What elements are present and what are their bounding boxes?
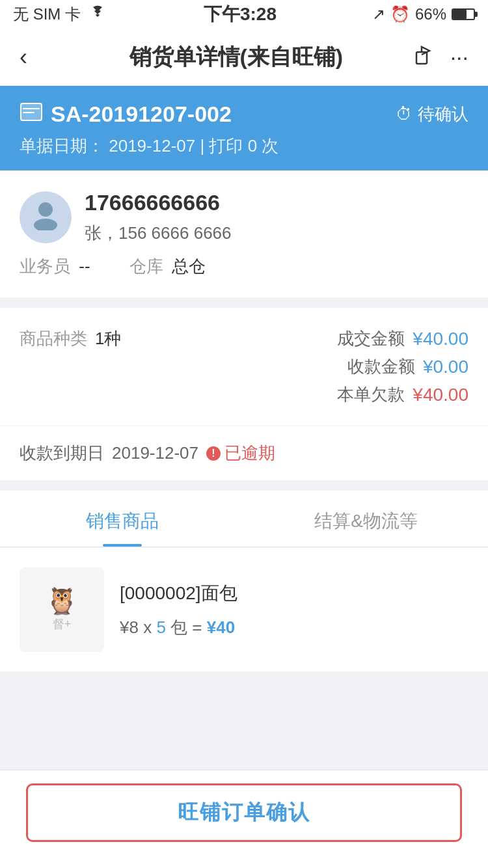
wifi-icon [87, 5, 108, 23]
customer-phone: 17666666666 [85, 190, 232, 215]
table-row: 🦉 督+ [0000002]面包 ¥8 x 5 包 = ¥40 [0, 548, 488, 671]
product-info: [0000002]面包 ¥8 x 5 包 = ¥40 [120, 581, 468, 639]
due-date-card: 收款到期日 2019-12-07 ! 已逾期 [0, 426, 488, 480]
order-header: SA-20191207-002 ⏱ 待确认 单据日期： 2019-12-07 |… [0, 86, 488, 170]
amount-summary: 成交金额 ¥40.00 收款金额 ¥0.00 本单欠款 ¥40.00 [244, 327, 468, 406]
svg-point-2 [38, 202, 53, 217]
bottom-action: 旺铺订单确认 [0, 770, 488, 868]
multiply-sign: x [143, 617, 156, 637]
status-left: 无 SIM 卡 [13, 4, 108, 25]
avatar [20, 191, 72, 243]
svg-point-3 [34, 219, 57, 230]
due-date: 2019-12-07 [112, 443, 198, 463]
summary-card: 商品种类 1种 成交金额 ¥40.00 收款金额 ¥0.00 本单欠款 ¥40.… [0, 308, 488, 426]
received-amount: ¥0.00 [423, 357, 468, 377]
tab-settlement[interactable]: 结算&物流等 [244, 491, 488, 547]
page-title: 销货单详情(来自旺铺) [129, 42, 344, 72]
equals-sign: = [192, 617, 206, 637]
order-icon [20, 102, 43, 126]
product-price-row: ¥8 x 5 包 = ¥40 [120, 616, 468, 639]
owe-amount: ¥40.00 [413, 385, 468, 405]
quantity: 5 [156, 617, 165, 637]
tab-products[interactable]: 销售商品 [0, 491, 244, 547]
overdue-label: 已逾期 [224, 442, 275, 465]
avatar-icon [29, 198, 62, 237]
warehouse-meta: 仓库 总仓 [129, 255, 206, 278]
sales-meta: 业务员 -- [20, 255, 90, 278]
battery-icon [452, 8, 475, 20]
deal-amount: ¥40.00 [413, 329, 468, 349]
status-clock-icon: ⏱ [396, 104, 413, 124]
divider-1 [0, 297, 488, 308]
print-unit: 次 [262, 136, 278, 156]
product-logo-sub: 督+ [46, 616, 78, 632]
tabs: 销售商品 结算&物流等 [0, 491, 488, 547]
overdue-badge: ! 已逾期 [206, 442, 275, 465]
product-total: ¥40 [207, 617, 235, 637]
status-right: ↗ ⏰ 66% [372, 5, 475, 23]
product-list: 🦉 督+ [0000002]面包 ¥8 x 5 包 = ¥40 [0, 548, 488, 671]
overdue-dot-icon: ! [206, 446, 221, 461]
product-logo-icon: 🦉 [46, 588, 78, 614]
customer-card: 17666666666 张，156 6666 6666 业务员 -- 仓库 总仓 [0, 170, 488, 297]
customer-meta: 业务员 -- 仓库 总仓 [20, 255, 468, 278]
received-amount-row: 收款金额 ¥0.00 [347, 355, 468, 378]
customer-info: 17666666666 张，156 6666 6666 [85, 190, 232, 245]
order-date-row: 单据日期： 2019-12-07 | 打印 0 次 [20, 135, 468, 157]
product-type: 商品种类 1种 [20, 327, 244, 350]
print-separator: | 打印 [200, 136, 247, 156]
alarm-icon: ⏰ [390, 5, 410, 23]
date-label: 单据日期： [20, 136, 104, 156]
back-button[interactable]: ‹ [20, 44, 59, 71]
unit-price: ¥8 [120, 617, 139, 637]
location-icon: ↗ [372, 5, 385, 23]
confirm-order-button[interactable]: 旺铺订单确认 [26, 783, 462, 842]
order-date: 2019-12-07 [109, 136, 195, 156]
carrier-label: 无 SIM 卡 [13, 4, 81, 25]
status-bar: 无 SIM 卡 下午3:28 ↗ ⏰ 66% [0, 0, 488, 29]
due-label: 收款到期日 [20, 442, 104, 465]
status-time: 下午3:28 [204, 2, 277, 27]
battery-percent: 66% [415, 5, 446, 23]
customer-name: 张，156 6666 6666 [85, 222, 232, 245]
product-name: [0000002]面包 [120, 581, 468, 606]
share-icon[interactable] [414, 43, 437, 72]
owe-amount-row: 本单欠款 ¥40.00 [337, 383, 468, 406]
more-icon[interactable]: ··· [450, 44, 468, 70]
nav-actions: ··· [414, 43, 468, 72]
order-status: ⏱ 待确认 [396, 103, 468, 126]
order-id: SA-20191207-002 [20, 102, 232, 127]
nav-bar: ‹ 销货单详情(来自旺铺) ··· [0, 29, 488, 86]
deal-amount-row: 成交金额 ¥40.00 [337, 327, 468, 350]
divider-2 [0, 480, 488, 491]
due-date-row: 收款到期日 2019-12-07 ! 已逾期 [20, 442, 468, 465]
print-count: 0 [248, 136, 257, 156]
product-image: 🦉 督+ [20, 567, 104, 652]
